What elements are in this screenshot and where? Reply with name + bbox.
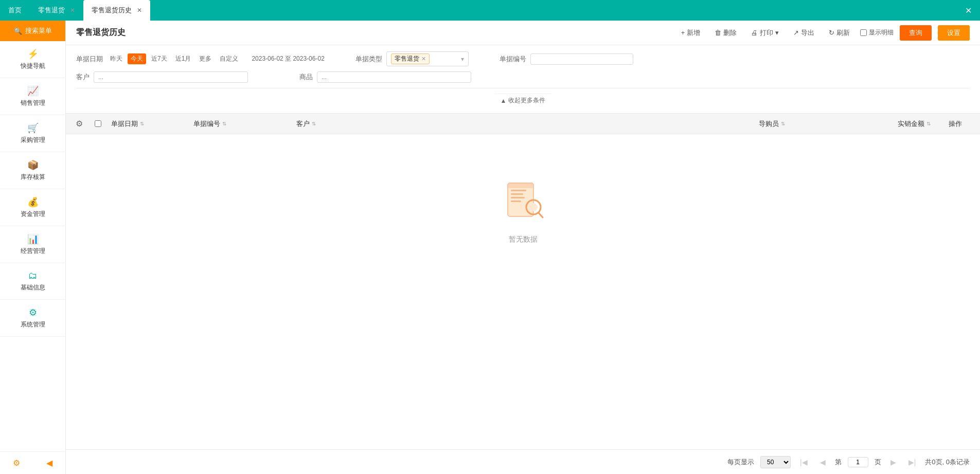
collapse-label: 收起更多条件: [508, 96, 545, 105]
type-select[interactable]: 零售退货 ✕ ▾: [386, 51, 469, 66]
th-date-sort: ⇅: [140, 121, 144, 126]
export-button[interactable]: ↗ 导出: [789, 26, 818, 40]
date-range-text: 2023-06-02 至 2023-06-02: [252, 54, 324, 63]
table-settings-icon[interactable]: ⚙: [70, 119, 88, 129]
pagination-bar: 每页显示 20 50 100 200 |◀ ◀ 第 页 ▶ ▶| 共0页, 0条…: [66, 449, 980, 474]
number-input[interactable]: [530, 53, 633, 65]
page-prev-button[interactable]: ◀: [817, 457, 829, 467]
empty-state: 暂无数据: [66, 134, 980, 285]
settings-button[interactable]: 设置: [938, 25, 970, 41]
sidebar-bottom: ⚙ ◀: [0, 451, 65, 474]
th-guide-sort: ⇅: [781, 121, 785, 126]
select-all-checkbox[interactable]: [95, 120, 101, 127]
table-header: ⚙ 单据日期 ⇅ 单据编号 ⇅ 客户 ⇅ 导购员 ⇅: [66, 114, 980, 134]
type-filter: 单据类型 零售退货 ✕ ▾: [355, 51, 469, 66]
tab-retail-return-history[interactable]: 零售退货历史 ✕: [83, 0, 150, 21]
th-guide-label: 导购员: [759, 119, 779, 129]
query-button[interactable]: 查询: [900, 25, 932, 41]
filter-row-1: 单据日期 昨天 今天 近7天 近1月 更多 自定义 2023-06-02 至 2…: [76, 51, 970, 66]
th-date-label: 单据日期: [111, 119, 138, 129]
date-btn-7days[interactable]: 近7天: [148, 53, 170, 64]
print-dropdown-icon: ▾: [775, 29, 779, 37]
sidebar-item-purchase-label: 采购管理: [21, 136, 45, 144]
page-next-button[interactable]: ▶: [887, 457, 899, 467]
th-customer-label: 客户: [296, 119, 310, 129]
page-first-button[interactable]: |◀: [797, 457, 811, 467]
collapse-sidebar-icon[interactable]: ◀: [46, 458, 52, 468]
refresh-label: 刷新: [836, 28, 850, 38]
filter-area: 单据日期 昨天 今天 近7天 近1月 更多 自定义 2023-06-02 至 2…: [66, 45, 980, 114]
sidebar-item-quick-nav[interactable]: ⚡ 快捷导航: [0, 41, 65, 78]
th-number[interactable]: 单据编号 ⇅: [189, 119, 292, 129]
sidebar-item-finance-label: 资金管理: [21, 210, 45, 218]
sidebar-item-inventory[interactable]: 📦 库存核算: [0, 152, 65, 189]
sidebar-item-sales[interactable]: 📈 销售管理: [0, 78, 65, 115]
content-area: 零售退货历史 + 新增 🗑 删除 🖨 打印 ▾ ↗ 导出 ↻: [66, 21, 980, 474]
sidebar-search[interactable]: 🔍 搜索菜单: [0, 21, 65, 41]
number-filter-label: 单据编号: [500, 54, 526, 64]
date-btn-more[interactable]: 更多: [196, 53, 215, 64]
sidebar-item-purchase[interactable]: 🛒 采购管理: [0, 115, 65, 152]
th-date[interactable]: 单据日期 ⇅: [107, 119, 189, 129]
empty-icon: [497, 175, 549, 227]
date-btn-yesterday[interactable]: 昨天: [107, 53, 126, 64]
svg-point-8: [529, 203, 538, 211]
tab-home[interactable]: 首页: [0, 0, 30, 21]
th-op: 操作: [935, 119, 976, 129]
refresh-icon: ↻: [829, 29, 834, 37]
page-number-input[interactable]: [848, 457, 868, 467]
print-label: 打印: [760, 28, 773, 38]
customer-input[interactable]: [94, 71, 248, 83]
settings-bottom-icon[interactable]: ⚙: [13, 458, 20, 468]
th-guide[interactable]: 导购员 ⇅: [755, 119, 858, 129]
tab-retail-return-close[interactable]: ✕: [70, 7, 75, 14]
tab-retail-return[interactable]: 零售退货 ✕: [30, 0, 83, 21]
page-title: 零售退货历史: [76, 27, 126, 38]
search-icon: 🔍: [14, 27, 22, 35]
print-button[interactable]: 🖨 打印 ▾: [747, 26, 783, 40]
delete-button[interactable]: 🗑 删除: [710, 26, 741, 40]
th-number-label: 单据编号: [193, 119, 220, 129]
sidebar: 🔍 搜索菜单 ⚡ 快捷导航 📈 销售管理 🛒 采购管理 📦 库存核算 💰 资金管…: [0, 21, 66, 474]
finance-icon: 💰: [27, 196, 39, 208]
purchase-icon: 🛒: [27, 122, 39, 134]
date-btn-today[interactable]: 今天: [128, 53, 146, 64]
show-detail-label: 显示明细: [869, 28, 894, 37]
type-tag-remove[interactable]: ✕: [421, 56, 426, 62]
date-btn-1month[interactable]: 近1月: [172, 53, 194, 64]
sidebar-item-sales-label: 销售管理: [21, 99, 45, 107]
sidebar-item-inventory-label: 库存核算: [21, 173, 45, 181]
type-dropdown-arrow: ▾: [461, 56, 464, 63]
sidebar-item-finance[interactable]: 💰 资金管理: [0, 189, 65, 226]
date-filter: 单据日期 昨天 今天 近7天 近1月 更多 自定义: [76, 53, 241, 64]
customer-filter-label: 客户: [76, 72, 90, 82]
th-customer[interactable]: 客户 ⇅: [292, 119, 755, 129]
date-filter-label: 单据日期: [76, 54, 103, 64]
basic-info-icon: 🗂: [28, 270, 38, 281]
sidebar-item-system[interactable]: ⚙ 系统管理: [0, 300, 65, 337]
tab-home-label: 首页: [8, 6, 22, 15]
window-close-icon[interactable]: ✕: [965, 6, 972, 15]
date-btn-custom[interactable]: 自定义: [217, 53, 241, 64]
goods-input[interactable]: [317, 71, 471, 83]
sidebar-item-basic-info[interactable]: 🗂 基础信息: [0, 263, 65, 300]
page-last-button[interactable]: ▶|: [905, 457, 919, 467]
add-button[interactable]: + 新增: [677, 26, 704, 40]
show-detail-checkbox-container[interactable]: 显示明细: [860, 28, 894, 37]
empty-text: 暂无数据: [509, 235, 538, 244]
top-tab-bar: 首页 零售退货 ✕ 零售退货历史 ✕ ✕: [0, 0, 980, 21]
refresh-button[interactable]: ↻ 刷新: [825, 26, 854, 40]
collapse-button[interactable]: ▲ 收起更多条件: [494, 94, 552, 107]
show-detail-checkbox[interactable]: [860, 29, 867, 36]
page-size-select[interactable]: 20 50 100 200: [760, 456, 791, 468]
sidebar-item-operations[interactable]: 📊 经营管理: [0, 226, 65, 263]
table-wrapper: ⚙ 单据日期 ⇅ 单据编号 ⇅ 客户 ⇅ 导购员 ⇅: [66, 114, 980, 474]
page-label: 第: [835, 458, 842, 467]
svg-rect-2: [511, 193, 523, 195]
th-amount[interactable]: 实销金额 ⇅: [858, 119, 935, 129]
tab-retail-return-history-close[interactable]: ✕: [137, 7, 142, 14]
table-checkbox-all[interactable]: [88, 120, 107, 127]
collapse-row: ▲ 收起更多条件: [76, 88, 970, 107]
inventory-icon: 📦: [27, 159, 39, 171]
th-customer-sort: ⇅: [312, 121, 316, 126]
